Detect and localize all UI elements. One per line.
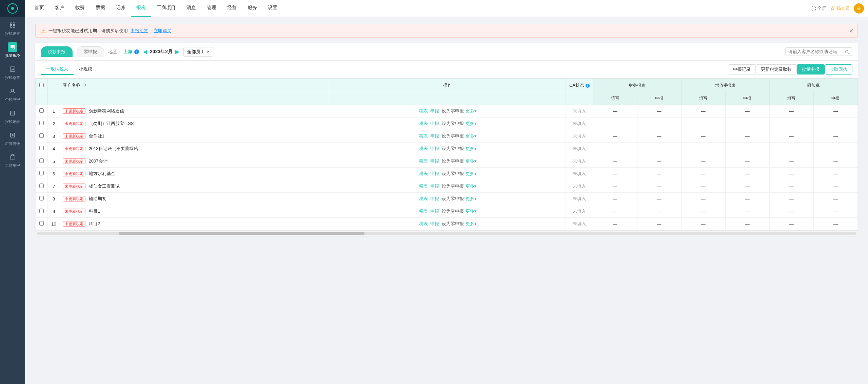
horizontal-scrollbar[interactable] [35,230,858,236]
op-tax-table[interactable]: 税表 [419,158,428,164]
op-more[interactable]: 更多▾ [466,121,477,126]
op-declare[interactable]: 申报 [430,146,439,151]
client-status-badge: 未更新税定 [63,196,85,201]
nav-invoice[interactable]: 票据 [90,0,111,17]
sidebar-item-personal-tax[interactable]: 个税申报 [0,83,25,105]
op-more[interactable]: 更多▾ [466,158,477,164]
op-declare[interactable]: 申报 [430,108,439,113]
op-more[interactable]: 更多▾ [466,133,477,138]
op-declare[interactable]: 申报 [430,171,439,176]
sidebar-item-tax-settings[interactable]: 报税设置 [0,17,25,39]
op-set-zero[interactable]: 设为零申报 [442,133,464,138]
sidebar-item-biz-report[interactable]: 工商年报 [0,149,25,171]
sidebar-item-batch-tax[interactable]: 批量报税 [0,39,25,61]
nav-management[interactable]: 管理 [201,0,222,17]
row-checkbox[interactable] [36,168,48,180]
op-set-zero[interactable]: 设为零申报 [442,146,464,151]
region-info-icon[interactable]: i [134,49,139,54]
nav-client[interactable]: 客户 [50,0,70,17]
select-all-checkbox[interactable] [39,83,44,87]
client-name-text: 科目1 [89,209,100,214]
scroll-track [37,232,856,235]
row-checkbox[interactable] [36,193,48,205]
op-declare[interactable]: 申报 [430,196,439,201]
op-tax-table[interactable]: 税表 [419,171,428,176]
batch-declare-button[interactable]: 批量申报 [797,64,825,74]
update-quota-button[interactable]: 更新税定及取数 [756,64,797,74]
row-checkbox[interactable] [36,205,48,218]
subtab-small-scale[interactable]: 小规模 [74,64,98,75]
notice-link1[interactable]: 申报汇签 [131,28,148,34]
dept-selector[interactable]: 全部员工 [183,47,213,57]
search-icon[interactable] [845,49,849,54]
op-more[interactable]: 更多▾ [466,221,477,226]
header-index [48,79,60,92]
op-tax-table[interactable]: 税表 [419,146,428,151]
retrieve-button[interactable]: 收取回执 [825,64,852,74]
notice-text: 一键报税功能已过试用期，请购买后使用 [48,28,128,34]
op-more[interactable]: 更多▾ [466,108,477,113]
op-tax-table[interactable]: 税表 [419,221,428,226]
notice-link2[interactable]: 立即购买 [154,28,171,34]
ca-status-info-icon[interactable]: i [586,84,590,88]
op-declare[interactable]: 申报 [430,209,439,214]
op-more[interactable]: 更多▾ [466,196,477,201]
row-index: 5 [48,155,60,168]
op-set-zero[interactable]: 设为零申报 [442,171,464,176]
op-tax-table[interactable]: 税表 [419,121,428,126]
report-record-button[interactable]: 申报记录 [728,64,756,74]
op-tax-table[interactable]: 税表 [419,209,428,214]
op-more[interactable]: 更多▾ [466,209,477,214]
row-fin-declare: — [637,205,681,218]
row-checkbox[interactable] [36,118,48,130]
op-set-zero[interactable]: 设为零申报 [442,121,464,126]
date-prev-button[interactable]: ◀ [143,48,147,55]
tab-zero-declare[interactable]: 零申报 [77,46,104,57]
nav-accounting[interactable]: 记账 [111,0,131,17]
nav-operation[interactable]: 经营 [222,0,242,17]
op-declare[interactable]: 申报 [430,121,439,126]
op-tax-table[interactable]: 税表 [419,196,428,201]
fullscreen-button[interactable]: 全屏 [811,5,826,12]
user-avatar[interactable]: 会 [854,3,864,14]
op-tax-table[interactable]: 税表 [419,108,428,113]
sidebar-item-tax-records[interactable]: 报税记录 [0,105,25,127]
nav-message[interactable]: 消息 [181,0,201,17]
subtab-general-taxpayer[interactable]: 一般纳税人 [41,64,74,75]
op-set-zero[interactable]: 设为零申报 [442,184,464,189]
op-declare[interactable]: 申报 [430,184,439,189]
row-checkbox[interactable] [36,130,48,143]
nav-tax[interactable]: 报税 [131,0,151,17]
nav-service[interactable]: 服务 [242,0,262,17]
row-checkbox[interactable] [36,105,48,118]
op-set-zero[interactable]: 设为零申报 [442,158,464,164]
op-more[interactable]: 更多▾ [466,171,477,176]
nav-home[interactable]: 首页 [29,0,50,17]
sidebar-item-tax-overview[interactable]: 报税总览 [0,61,25,83]
nav-settings[interactable]: 设置 [262,0,283,17]
op-declare[interactable]: 申报 [430,221,439,226]
op-declare[interactable]: 申报 [430,158,439,164]
op-set-zero[interactable]: 设为零申报 [442,196,464,201]
nav-billing[interactable]: 收费 [70,0,90,17]
region-selector[interactable]: 地区： 上海 i [108,49,139,55]
op-set-zero[interactable]: 设为零申报 [442,221,464,226]
sidebar-item-calc-clear[interactable]: 汇算清缴 [0,127,25,149]
op-tax-table[interactable]: 税表 [419,184,428,189]
nav-biz-project[interactable]: 工商项目 [151,0,181,17]
notice-close-button[interactable]: ✕ [849,27,853,34]
op-set-zero[interactable]: 设为零申报 [442,108,464,113]
search-input[interactable] [788,49,843,54]
op-set-zero[interactable]: 设为零申报 [442,209,464,214]
tab-tax-declare[interactable]: 税款申报 [41,46,73,57]
row-checkbox[interactable] [36,218,48,230]
op-tax-table[interactable]: 税表 [419,133,428,138]
row-checkbox[interactable] [36,155,48,168]
row-checkbox[interactable] [36,180,48,193]
op-more[interactable]: 更多▾ [466,184,477,189]
row-checkbox[interactable] [36,143,48,155]
upgrade-button[interactable]: 畅会员 [830,5,850,12]
op-declare[interactable]: 申报 [430,133,439,138]
op-more[interactable]: 更多▾ [466,146,477,151]
date-next-button[interactable]: ▶ [175,48,179,55]
